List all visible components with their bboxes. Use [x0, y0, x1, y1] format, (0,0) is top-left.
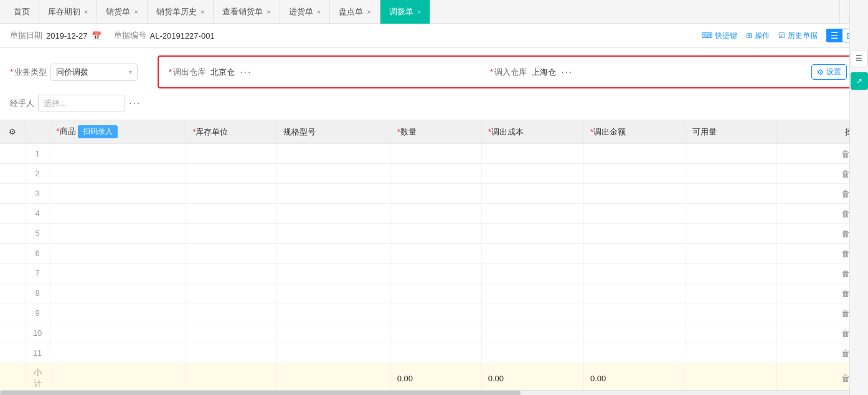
row-unit-cell[interactable] — [186, 264, 277, 283]
row-amount-cell[interactable] — [583, 224, 686, 244]
row-cost-cell[interactable] — [481, 264, 583, 283]
delete-row-icon[interactable]: 🗑 — [841, 249, 850, 259]
row-qty-cell[interactable] — [390, 343, 481, 363]
scan-button[interactable]: 扫码录入 — [78, 125, 118, 138]
row-qty-cell[interactable] — [390, 164, 481, 184]
row-product-cell[interactable] — [50, 244, 186, 264]
row-amount-cell[interactable] — [583, 184, 686, 204]
row-qty-cell[interactable] — [390, 264, 481, 283]
row-spec-cell[interactable] — [277, 323, 390, 343]
row-amount-cell[interactable] — [583, 204, 686, 224]
tab-transfer-close[interactable]: × — [417, 8, 421, 16]
row-amount-cell[interactable] — [583, 303, 686, 323]
delete-row-icon[interactable]: 🗑 — [841, 288, 850, 298]
subtotal-delete-icon[interactable]: 🗑 — [841, 373, 850, 383]
tab-home[interactable]: 首页 — [5, 0, 39, 24]
col-settings-header[interactable]: ⚙ — [0, 120, 25, 144]
row-amount-cell[interactable] — [583, 283, 686, 303]
row-cost-cell[interactable] — [481, 224, 583, 244]
row-cost-cell[interactable] — [481, 283, 583, 303]
tab-purchase-order[interactable]: 进货单 × — [280, 0, 330, 24]
tab-view-sales[interactable]: 查看销货单 × — [214, 0, 280, 24]
row-cost-cell[interactable] — [481, 343, 583, 363]
shortcut-button[interactable]: ⌨ 快捷键 — [702, 31, 737, 41]
delete-row-icon[interactable]: 🗑 — [841, 189, 850, 199]
row-spec-cell[interactable] — [277, 264, 390, 283]
tab-inventory-init[interactable]: 库存期初 × — [39, 0, 97, 24]
handler-more-button[interactable]: ··· — [129, 98, 141, 109]
delete-row-icon[interactable]: 🗑 — [841, 149, 850, 159]
in-warehouse-more-button[interactable]: ··· — [561, 67, 573, 78]
row-cost-cell[interactable] — [481, 204, 583, 224]
tab-inventory-init-close[interactable]: × — [84, 8, 88, 16]
delete-row-icon[interactable]: 🗑 — [841, 308, 850, 318]
row-spec-cell[interactable] — [277, 144, 390, 164]
row-qty-cell[interactable] — [390, 303, 481, 323]
row-qty-cell[interactable] — [390, 144, 481, 164]
row-qty-cell[interactable] — [390, 204, 481, 224]
out-warehouse-more-button[interactable]: ··· — [240, 67, 252, 78]
row-spec-cell[interactable] — [277, 303, 390, 323]
row-product-cell[interactable] — [50, 303, 186, 323]
delete-row-icon[interactable]: 🗑 — [841, 209, 850, 219]
tab-sales-history[interactable]: 销货单历史 × — [148, 0, 214, 24]
row-amount-cell[interactable] — [583, 323, 686, 343]
list-view-button[interactable]: ☰ — [827, 29, 842, 42]
row-cost-cell[interactable] — [481, 144, 583, 164]
delete-row-icon[interactable]: 🗑 — [841, 328, 850, 338]
delete-row-icon[interactable]: 🗑 — [841, 269, 850, 278]
row-product-cell[interactable] — [50, 264, 186, 283]
history-button[interactable]: ☑ 历史单据 — [778, 31, 818, 41]
row-cost-cell[interactable] — [481, 323, 583, 343]
delete-row-icon[interactable]: 🗑 — [841, 229, 850, 239]
row-amount-cell[interactable] — [583, 343, 686, 363]
row-amount-cell[interactable] — [583, 244, 686, 264]
row-qty-cell[interactable] — [390, 224, 481, 244]
delete-row-icon[interactable]: 🗑 — [841, 169, 850, 179]
row-amount-cell[interactable] — [583, 264, 686, 283]
handler-select[interactable]: 选择... — [38, 95, 125, 112]
delete-row-icon[interactable]: 🗑 — [841, 348, 850, 358]
row-product-cell[interactable] — [50, 224, 186, 244]
row-spec-cell[interactable] — [277, 184, 390, 204]
row-qty-cell[interactable] — [390, 323, 481, 343]
tab-sales-order-close[interactable]: × — [134, 8, 138, 16]
row-product-cell[interactable] — [50, 343, 186, 363]
row-unit-cell[interactable] — [186, 204, 277, 224]
row-unit-cell[interactable] — [186, 303, 277, 323]
calendar-icon[interactable]: 📅 — [92, 31, 101, 40]
row-cost-cell[interactable] — [481, 184, 583, 204]
tab-stocktake-close[interactable]: × — [367, 8, 370, 16]
row-spec-cell[interactable] — [277, 283, 390, 303]
tab-stocktake[interactable]: 盘点单 × — [330, 0, 380, 24]
row-unit-cell[interactable] — [186, 144, 277, 164]
row-qty-cell[interactable] — [390, 184, 481, 204]
settings-button[interactable]: ⚙ 设置 — [811, 64, 847, 80]
row-unit-cell[interactable] — [186, 343, 277, 363]
row-amount-cell[interactable] — [583, 144, 686, 164]
tab-sales-history-close[interactable]: × — [200, 8, 204, 16]
tab-view-sales-close[interactable]: × — [267, 8, 270, 16]
row-unit-cell[interactable] — [186, 323, 277, 343]
row-qty-cell[interactable] — [390, 244, 481, 264]
row-cost-cell[interactable] — [481, 303, 583, 323]
operation-button[interactable]: ⊞ 操作 — [746, 31, 770, 41]
tab-purchase-order-close[interactable]: × — [317, 8, 321, 16]
row-spec-cell[interactable] — [277, 224, 390, 244]
tab-sales-order[interactable]: 销货单 × — [97, 0, 147, 24]
row-spec-cell[interactable] — [277, 204, 390, 224]
row-cost-cell[interactable] — [481, 164, 583, 184]
row-spec-cell[interactable] — [277, 244, 390, 264]
row-product-cell[interactable] — [50, 144, 186, 164]
row-unit-cell[interactable] — [186, 164, 277, 184]
row-qty-cell[interactable] — [390, 283, 481, 303]
row-cost-cell[interactable] — [481, 244, 583, 264]
row-unit-cell[interactable] — [186, 244, 277, 264]
row-unit-cell[interactable] — [186, 184, 277, 204]
row-product-cell[interactable] — [50, 204, 186, 224]
right-panel-export-button[interactable]: ↗ — [851, 72, 868, 90]
business-type-select[interactable]: 同价调拨 ▾ — [50, 64, 138, 81]
row-product-cell[interactable] — [50, 164, 186, 184]
row-product-cell[interactable] — [50, 283, 186, 303]
row-unit-cell[interactable] — [186, 283, 277, 303]
